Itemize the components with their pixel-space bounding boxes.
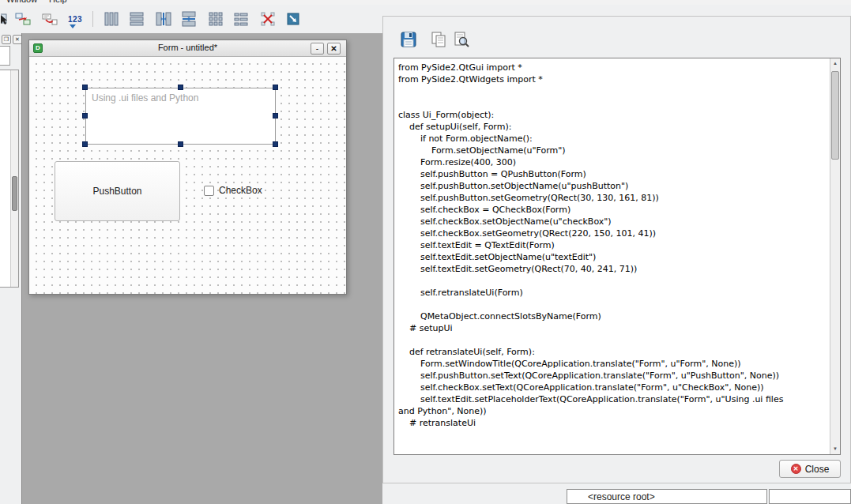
minimize-button[interactable]: - (311, 43, 324, 55)
edit-buddies-icon (42, 11, 58, 27)
code-scrollbar[interactable]: ▲ ▼ (830, 58, 840, 454)
resource-root-item[interactable]: <resource root> (588, 491, 655, 502)
mdi-area: D Form - untitled* - ✕ Using .ui files a… (21, 33, 382, 504)
widgetbox-scrollbar-thumb[interactable] (12, 176, 17, 211)
toolbar-separator (92, 11, 93, 27)
edit-widgets-icon (0, 11, 10, 27)
scroll-up-icon[interactable]: ▲ (830, 58, 840, 69)
adjust-size-icon (285, 11, 301, 27)
code-scrollbar-thumb[interactable] (831, 71, 839, 160)
code-preview-dialog: from PySide2.QtGui import * from PySide2… (382, 16, 851, 483)
main-toolbar: 123 (0, 5, 382, 33)
lay-out-form-layout-icon (233, 11, 249, 27)
code-view[interactable]: from PySide2.QtGui import * from PySide2… (394, 58, 830, 454)
copy-icon[interactable] (427, 28, 450, 51)
selection-handle[interactable] (82, 141, 88, 147)
textedit-widget[interactable]: Using .ui files and Python (85, 88, 276, 145)
break-layout-icon (260, 11, 276, 27)
lay-out-form-layout-button[interactable] (231, 8, 251, 30)
code-view-frame: from PySide2.QtGui import * from PySide2… (393, 58, 841, 455)
lay-out-horizontally-button[interactable] (101, 8, 122, 30)
pushbutton-label: PushButton (92, 186, 141, 197)
save-code-button[interactable] (397, 28, 420, 51)
form-canvas[interactable]: Using .ui files and Python PushButton Ch… (29, 57, 346, 294)
selection-handle[interactable] (273, 85, 278, 90)
widgetbox-filter-input[interactable] (0, 46, 10, 66)
form-titlebar[interactable]: D Form - untitled* - ✕ (29, 40, 346, 57)
scroll-down-icon[interactable]: ▼ (830, 444, 840, 454)
checkbox-label: CheckBox (219, 185, 262, 196)
adjust-size-button[interactable] (283, 8, 303, 30)
selection-handle[interactable] (273, 113, 278, 118)
save-icon (400, 31, 417, 48)
selection-handle[interactable] (178, 141, 183, 147)
menu-help[interactable]: Help (49, 0, 67, 4)
edit-signals-slots-icon (15, 11, 31, 27)
form-editor-window: D Form - untitled* - ✕ Using .ui files a… (28, 39, 347, 295)
close-dialog-button[interactable]: ✕ Close (779, 460, 841, 478)
edit-buddies-button[interactable] (40, 8, 60, 30)
lay-out-horizontally-splitter-icon (156, 11, 171, 27)
menu-window[interactable]: Window (6, 0, 37, 4)
lay-out-vertically-icon (129, 11, 145, 27)
checkbox-indicator[interactable] (204, 186, 214, 196)
pushbutton-widget[interactable]: PushButton (55, 161, 180, 221)
copy-pages-icon (430, 31, 447, 48)
qt-designer-window: Window Help (0, 0, 851, 504)
resource-preview-pane (769, 489, 851, 504)
close-button-label: Close (805, 464, 830, 475)
lay-out-vertically-button[interactable] (126, 8, 147, 30)
resource-tree: <resource root> (567, 489, 767, 504)
close-icon[interactable]: ✕ (327, 43, 341, 55)
lay-out-horizontally-icon (104, 11, 119, 27)
close-button-icon: ✕ (791, 464, 801, 474)
textedit-placeholder: Using .ui files and Python (86, 88, 275, 107)
lay-out-grid-icon (208, 11, 224, 27)
checkbox-widget[interactable]: CheckBox (204, 183, 262, 197)
find-icon (453, 31, 470, 48)
dock-float-button[interactable]: ❐ (2, 35, 11, 44)
selection-handle[interactable] (273, 141, 278, 147)
edit-tab-order-icon: 123 (68, 15, 82, 24)
lay-out-vertically-splitter-button[interactable] (179, 8, 199, 30)
selection-handle[interactable] (82, 113, 88, 118)
widgetbox-panel (0, 70, 19, 288)
selection-handle[interactable] (82, 85, 88, 90)
selection-handle[interactable] (178, 85, 183, 90)
widgetbox-scrollbar[interactable] (10, 70, 18, 287)
break-layout-button[interactable] (258, 8, 278, 30)
lay-out-grid-button[interactable] (205, 8, 226, 30)
lay-out-vertically-splitter-icon (181, 11, 197, 27)
find-button[interactable] (450, 28, 473, 51)
edit-tab-order-button[interactable]: 123 (65, 8, 85, 30)
edit-widgets-button[interactable] (0, 8, 10, 30)
lay-out-horizontally-splitter-button[interactable] (153, 8, 174, 30)
form-title: Form - untitled* (29, 43, 346, 52)
edit-signals-slots-button[interactable] (13, 8, 33, 30)
